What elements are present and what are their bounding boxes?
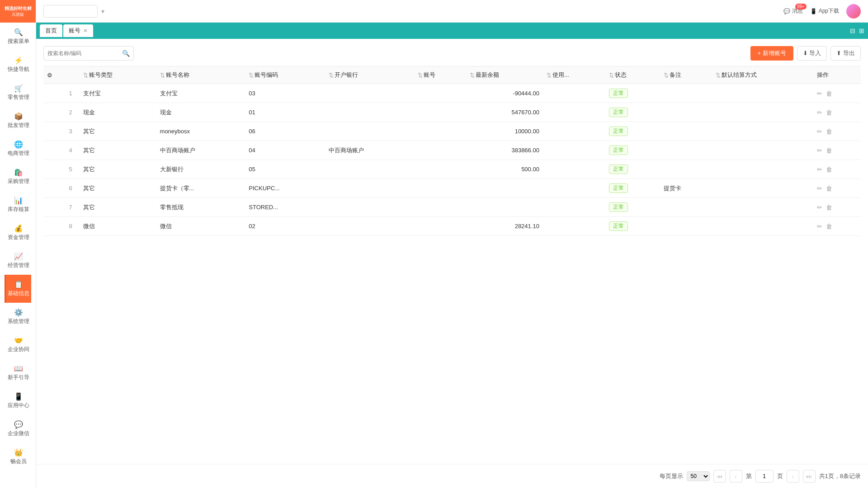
minimize-icon[interactable]: ⊟	[850, 27, 855, 34]
guide-icon: 📖	[8, 364, 29, 373]
page-number-input[interactable]	[755, 470, 774, 483]
search-box[interactable]: 🔍	[43, 46, 134, 61]
row-type-7: 微信	[80, 217, 156, 236]
sidebar-item-guide[interactable]: 📖新手引导	[5, 359, 31, 387]
row-remark-2	[660, 122, 712, 141]
row-name-5: 提货卡（零...	[156, 179, 245, 198]
th-account-sort-icon[interactable]: ⇅	[418, 72, 423, 79]
table-row: 2 现金 现金 01 547670.00 正常 ✏ 🗑	[43, 103, 861, 122]
delete-button-3[interactable]: 🗑	[826, 147, 832, 154]
sidebar-item-wholesale[interactable]: 📦批发管理	[5, 107, 31, 135]
sidebar-item-inventory[interactable]: 📊库存核算	[5, 191, 31, 219]
row-settings-3	[43, 141, 61, 160]
th-bank-sort-icon[interactable]: ⇅	[329, 72, 334, 79]
tab-accounts[interactable]: 账号 ✕	[63, 24, 93, 37]
edit-button-5[interactable]: ✏	[817, 185, 822, 192]
row-account-3	[414, 141, 466, 160]
th-usage-label: 使用...	[552, 71, 569, 79]
row-usage-3	[543, 141, 605, 160]
th-usage-sort-icon[interactable]: ⇅	[547, 72, 552, 79]
delete-button-5[interactable]: 🗑	[826, 185, 832, 192]
row-default-settle-4	[712, 160, 813, 179]
row-balance-5	[466, 179, 543, 198]
last-page-button[interactable]: ⏭	[803, 470, 816, 483]
row-name-7: 微信	[156, 217, 245, 236]
row-settings-4	[43, 160, 61, 179]
top-search-input[interactable]	[43, 5, 98, 18]
wechat-icon: 💬	[8, 420, 29, 429]
delete-button-0[interactable]: 🗑	[826, 90, 832, 97]
row-type-2: 其它	[80, 122, 156, 141]
row-code-4: 05	[245, 160, 325, 179]
th-status-sort-icon[interactable]: ⇅	[609, 72, 614, 79]
main-container: ▾ 💬 消息 99+ 📱 App下载 首页 账号 ✕ ⊟	[36, 0, 868, 488]
row-balance-7: 28241.10	[466, 217, 543, 236]
settings-gear-icon[interactable]: ⚙	[47, 72, 52, 79]
sidebar-label-agreement: 企业协同	[8, 346, 29, 352]
delete-button-1[interactable]: 🗑	[826, 109, 832, 116]
th-balance-sort-icon[interactable]: ⇅	[470, 72, 475, 79]
sidebar-item-basic-info[interactable]: 📋基础信息	[5, 275, 31, 303]
delete-button-4[interactable]: 🗑	[826, 166, 832, 173]
edit-button-6[interactable]: ✏	[817, 204, 822, 211]
edit-button-0[interactable]: ✏	[817, 90, 822, 97]
sidebar-item-membership[interactable]: 👑畅会员	[5, 443, 31, 471]
sidebar-item-shortcuts[interactable]: ⚡快捷导航	[5, 51, 31, 79]
next-page-button[interactable]: ›	[787, 470, 799, 483]
delete-button-6[interactable]: 🗑	[826, 204, 832, 211]
tab-accounts-close[interactable]: ✕	[83, 28, 88, 34]
maximize-icon[interactable]: ⊞	[859, 27, 864, 34]
first-page-button[interactable]: ⏮	[713, 470, 726, 483]
top-search-chevron[interactable]: ▾	[101, 8, 104, 15]
import-button[interactable]: ⬇ 导入	[797, 46, 827, 61]
sidebar-item-operations[interactable]: 📈经营管理	[5, 247, 31, 275]
page-size-select[interactable]: 50 100 200	[687, 471, 710, 481]
top-bar-left: ▾	[43, 5, 104, 18]
user-avatar[interactable]	[846, 4, 861, 19]
export-button[interactable]: ⬆ 导出	[830, 46, 861, 61]
edit-button-2[interactable]: ✏	[817, 128, 822, 135]
prev-page-button[interactable]: ‹	[730, 470, 742, 483]
add-account-button[interactable]: + 新增账号	[750, 46, 793, 61]
sidebar-item-app-center[interactable]: 📱应用中心	[5, 387, 31, 415]
app-download-button[interactable]: 📱 App下载	[810, 7, 839, 15]
th-settle-sort-icon[interactable]: ⇅	[716, 72, 721, 79]
tab-home[interactable]: 首页	[40, 24, 62, 37]
row-num-5: 6	[61, 179, 80, 198]
sidebar-item-finance[interactable]: 💰资金管理	[5, 219, 31, 247]
sidebar-item-ecommerce[interactable]: 🌐电商管理	[5, 135, 31, 163]
sidebar-item-purchase[interactable]: 🛍️采购管理	[5, 163, 31, 191]
sidebar: 精选好时生鲜 乐惠版 🔍搜索菜单⚡快捷导航🛒零售管理📦批发管理🌐电商管理🛍️采购…	[0, 0, 36, 488]
sidebar-item-search-menu[interactable]: 🔍搜索菜单	[5, 23, 31, 51]
row-action-4: ✏ 🗑	[813, 160, 861, 179]
delete-button-7[interactable]: 🗑	[826, 223, 832, 230]
tab-accounts-label: 账号	[69, 27, 80, 35]
search-input[interactable]	[47, 50, 122, 56]
sidebar-label-guide: 新手引导	[8, 374, 29, 380]
sidebar-item-system[interactable]: ⚙️系统管理	[5, 303, 31, 331]
row-action-6: ✏ 🗑	[813, 198, 861, 217]
delete-button-2[interactable]: 🗑	[826, 128, 832, 135]
shortcuts-icon: ⚡	[8, 56, 29, 65]
sidebar-item-agreement[interactable]: 🤝企业协同	[5, 331, 31, 359]
th-name-sort-icon[interactable]: ⇅	[160, 72, 165, 79]
agreement-icon: 🤝	[8, 336, 29, 345]
sidebar-item-retail[interactable]: 🛒零售管理	[5, 79, 31, 107]
message-button[interactable]: 💬 消息 99+	[783, 7, 803, 15]
th-code-sort-icon[interactable]: ⇅	[249, 72, 254, 79]
edit-button-4[interactable]: ✏	[817, 166, 822, 173]
edit-button-1[interactable]: ✏	[817, 109, 822, 116]
edit-button-7[interactable]: ✏	[817, 223, 822, 230]
th-remark: ⇅ 备注	[660, 66, 712, 84]
sidebar-item-wechat[interactable]: 💬企业微信	[5, 415, 31, 443]
th-name-label: 账号名称	[166, 71, 189, 79]
content-inner: 🔍 + 新增账号 ⬇ 导入 ⬆ 导出 ⚙	[36, 39, 868, 464]
row-action-7: ✏ 🗑	[813, 217, 861, 236]
th-type-sort-icon[interactable]: ⇅	[83, 72, 88, 79]
th-remark-sort-icon[interactable]: ⇅	[664, 72, 669, 79]
row-num-2: 3	[61, 122, 80, 141]
row-remark-0	[660, 84, 712, 103]
app-logo: 精选好时生鲜 乐惠版	[0, 0, 36, 23]
membership-icon: 👑	[8, 448, 29, 457]
edit-button-3[interactable]: ✏	[817, 147, 822, 154]
